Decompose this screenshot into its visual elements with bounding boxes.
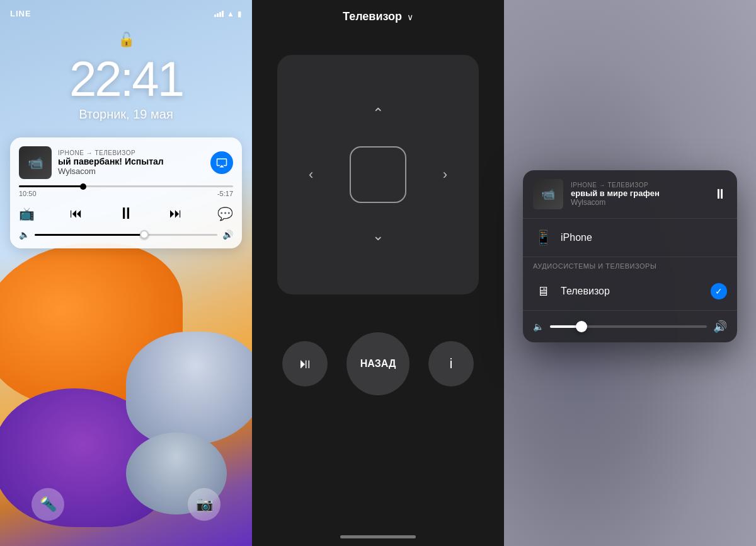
flashlight-button[interactable]: 🔦 [32, 488, 64, 521]
airplay-selected-checkmark: ✓ [711, 283, 727, 299]
lockscreen-date: Вторник, 19 мая [79, 107, 173, 122]
camera-icon: 📷 [196, 496, 213, 513]
progress-fill [19, 185, 83, 187]
time-remaining: -5:17 [217, 190, 233, 197]
media-artist: Wylsacom [58, 166, 204, 176]
remote-icon[interactable]: 📺 [19, 206, 35, 221]
dpad-left-button[interactable]: ‹ [309, 166, 313, 183]
wifi-icon: ▲ [227, 9, 234, 18]
lockscreen-panel: LINE ▲ ▮ 🔓 22:41 Вторник, 19 мая 📹 iPhon… [0, 0, 252, 546]
info-button[interactable]: i [428, 341, 474, 386]
media-info: iPhone → ТЕЛЕВИЗОР ый павербанк! Испытал… [58, 149, 204, 176]
subtitles-button[interactable]: 💬 [217, 206, 233, 221]
airplay-thumbnail: 📹 [533, 179, 563, 209]
airplay-volume-track[interactable] [550, 325, 707, 328]
home-indicator [340, 535, 416, 538]
dpad-right-button[interactable]: › [443, 166, 447, 183]
status-bar: LINE ▲ ▮ [10, 9, 242, 18]
media-route: iPhone → ТЕЛЕВИЗОР [58, 149, 204, 156]
volume-low-icon: 🔈 [19, 229, 30, 240]
time-labels: 10:50 -5:17 [19, 190, 233, 197]
flashlight-icon: 🔦 [40, 496, 57, 513]
remote-title: Телевизор [343, 10, 402, 23]
media-thumbnail: 📹 [19, 146, 52, 179]
signal-icon [214, 11, 224, 17]
remote-chevron-down-icon[interactable]: ∨ [407, 12, 413, 22]
lock-icon: 🔓 [118, 32, 135, 48]
airplay-tv-row[interactable]: 🖥 Телевизор ✓ [523, 272, 737, 311]
dpad-center-button[interactable] [350, 146, 406, 203]
media-progress-bar[interactable] [19, 185, 233, 187]
volume-row: 🔈 🔊 [19, 229, 233, 240]
progress-thumb [80, 183, 86, 190]
airplay-artist: Wylsacom [571, 198, 706, 207]
rewind-button[interactable]: ⏮ [70, 206, 83, 221]
bubble-silver [126, 332, 252, 445]
back-label: НАЗАД [360, 358, 396, 369]
airplay-pause-button[interactable]: ⏸ [713, 186, 727, 202]
airplay-media-row: 📹 iPhone → ТЕЛЕВИЗОР ервый в мире графен… [523, 170, 737, 219]
dpad-up-button[interactable]: ⌃ [372, 105, 384, 122]
airplay-iphone-row[interactable]: 📱 iPhone [523, 219, 737, 257]
airplay-panel: 📹 iPhone → ТЕЛЕВИЗОР ервый в мире графен… [504, 0, 756, 546]
airplay-volume-thumb [576, 321, 587, 332]
remote-panel: Телевизор ∨ ⌃ ⌄ ‹ › ⏯ НАЗАД i [252, 0, 504, 546]
battery-icon: ▮ [238, 9, 242, 18]
media-notification-card[interactable]: 📹 iPhone → ТЕЛЕВИЗОР ый павербанк! Испыт… [10, 137, 242, 248]
media-title: ый павербанк! Испытал [58, 156, 204, 166]
bottom-buttons: 🔦 📷 [0, 488, 252, 521]
pause-button[interactable]: ⏸ [118, 204, 134, 223]
airplay-volume-high-icon: 🔊 [713, 320, 727, 334]
carrier-label: LINE [10, 9, 32, 18]
time-current: 10:50 [19, 190, 37, 197]
dpad: ⌃ ⌄ ‹ › [309, 105, 447, 244]
airplay-route: iPhone → ТЕЛЕВИЗОР [571, 182, 706, 189]
tv-label: Телевизор [561, 286, 703, 297]
volume-fill [35, 234, 144, 236]
play-pause-button[interactable]: ⏯ [282, 341, 328, 386]
play-pause-icon: ⏯ [298, 356, 312, 372]
forward-button[interactable]: ⏭ [169, 206, 182, 221]
tv-icon: 🖥 [533, 281, 553, 301]
airplay-volume-low-icon: 🔈 [533, 322, 544, 332]
airplay-card[interactable]: 📹 iPhone → ТЕЛЕВИЗОР ервый в мире графен… [523, 170, 737, 342]
dpad-down-button[interactable]: ⌄ [372, 228, 384, 244]
airplay-button[interactable] [210, 151, 233, 174]
camera-button[interactable]: 📷 [188, 488, 220, 521]
media-top-row: 📹 iPhone → ТЕЛЕВИЗОР ый павербанк! Испыт… [19, 146, 233, 179]
airplay-media-info: iPhone → ТЕЛЕВИЗОР ервый в мире графен W… [571, 182, 706, 207]
remote-header: Телевизор ∨ [252, 0, 504, 30]
remote-bottom-controls: ⏯ НАЗАД i [282, 332, 474, 395]
iphone-icon: 📱 [533, 228, 553, 248]
lockscreen-time: 22:41 [69, 50, 183, 108]
iphone-label: iPhone [561, 232, 592, 243]
info-icon: i [450, 356, 453, 372]
back-button[interactable]: НАЗАД [346, 332, 410, 395]
dpad-area[interactable]: ⌃ ⌄ ‹ › [277, 55, 479, 294]
volume-thumb [140, 230, 149, 239]
volume-track[interactable] [35, 234, 217, 236]
airplay-title: ервый в мире графен [571, 189, 706, 198]
media-controls: 📺 ⏮ ⏸ ⏭ 💬 [19, 204, 233, 223]
volume-high-icon: 🔊 [222, 229, 233, 240]
airplay-volume-row: 🔈 🔊 [523, 311, 737, 342]
airplay-section-label: АУДИОСИСТЕМЫ И ТЕЛЕВИЗОРЫ [523, 257, 737, 272]
status-icons: ▲ ▮ [214, 9, 242, 18]
